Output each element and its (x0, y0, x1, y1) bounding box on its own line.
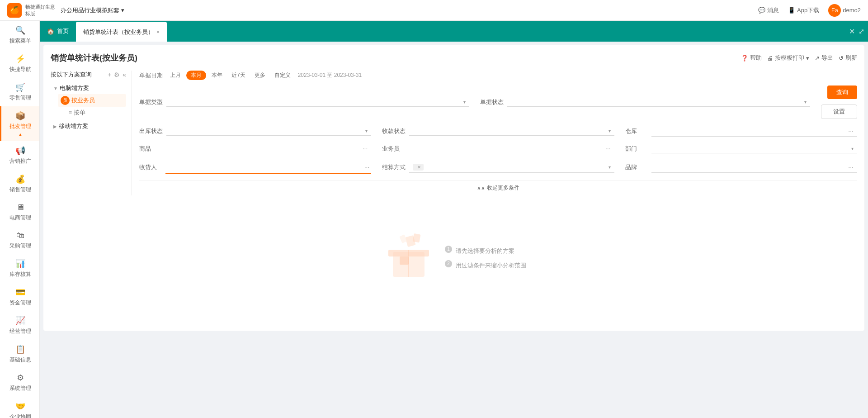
retail-icon: 🛒 (15, 82, 25, 92)
sidebar-item-finance[interactable]: 💳 资金管理 (0, 283, 39, 311)
sidebar-item-operations[interactable]: 📈 经营管理 (0, 311, 39, 340)
filter-doc-status: 单据状态 ▾ (480, 98, 810, 107)
date-btn-more[interactable]: 更多 (251, 71, 269, 80)
settlement-tag: ✕ (413, 164, 424, 171)
doc-type-label: 单据类型 (139, 98, 163, 106)
date-btn-last-7-days[interactable]: 近7天 (228, 71, 249, 80)
inventory-icon: 📊 (15, 259, 25, 269)
tree-mobile[interactable]: ▶ 移动端方案 (51, 120, 126, 132)
date-btn-this-year[interactable]: 本年 (208, 71, 226, 80)
refresh-icon: ↺ (839, 55, 844, 62)
recipient-label: 收货人 (139, 163, 162, 171)
tab-home[interactable]: 🏠 首页 (40, 21, 76, 42)
sidebar-item-purchase[interactable]: 🛍 采购管理 (0, 226, 39, 254)
enterprise-icon: 🤝 (15, 401, 25, 411)
tree-item-order[interactable]: ≡ 按单 (58, 107, 126, 119)
filter-department: 部门 ▾ (625, 144, 857, 153)
tab-close-icon[interactable]: × (156, 29, 160, 35)
recipient-input[interactable] (167, 162, 364, 172)
date-label: 单据日期 (139, 71, 163, 80)
tab-bar: 🏠 首页 销货单统计表（按业务员） × ✕ ⤢ (40, 21, 868, 42)
message-action[interactable]: 💬 消息 (758, 6, 779, 14)
settlement-select[interactable]: ✕ ▾ (409, 162, 614, 173)
stock-status-select[interactable]: ▾ (166, 127, 371, 136)
sidebar-item-marketing[interactable]: 📢 营销推广 (0, 141, 39, 170)
sales-icon: 💰 (15, 174, 25, 184)
step-1-num: 1 (445, 246, 452, 253)
tree-desktop[interactable]: ▼ 电脑端方案 (51, 82, 126, 94)
template-print-button[interactable]: 🖨 按模板打印 ▾ (767, 54, 809, 62)
sidebar-item-system[interactable]: ⚙ 系统管理 (0, 368, 39, 397)
settings-button[interactable]: 设置 (821, 104, 857, 119)
doc-status-label: 单据状态 (480, 98, 504, 106)
filter-brand: 品牌 ··· (625, 162, 857, 173)
sidebar-item-basic-info[interactable]: 📋 基础信息 (0, 340, 39, 368)
brand-dots-icon[interactable]: ··· (848, 163, 854, 171)
sidebar-item-search[interactable]: 🔍 搜索菜单 (0, 21, 39, 49)
recipient-dots-icon[interactable]: ··· (364, 163, 370, 171)
brand-label: 品牌 (625, 163, 648, 171)
tab-maximize-button[interactable]: ⤢ (859, 27, 864, 36)
warehouse-dots-icon[interactable]: ··· (848, 127, 854, 134)
collapse-bar[interactable]: ∧∧ 收起更多条件 (139, 180, 857, 195)
collapse-panel-icon[interactable]: « (123, 71, 126, 78)
date-btn-last-month[interactable]: 上月 (166, 71, 184, 80)
home-icon: 🏠 (47, 28, 54, 35)
sidebar-item-sales[interactable]: 💰 销售管理 (0, 170, 39, 198)
sidebar-item-wholesale[interactable]: 📦 批发管理 ▲ (0, 106, 39, 141)
doc-status-select[interactable]: ▾ (507, 98, 810, 107)
filter-doc-type: 单据类型 ▾ (139, 98, 469, 107)
sidebar-item-enterprise[interactable]: 🤝 企业协同 (0, 397, 39, 418)
sidebar-item-inventory[interactable]: 📊 库存核算 (0, 254, 39, 283)
download-icon: 📱 (788, 7, 795, 14)
filter-row-2: 出库状态 ▾ 收款状态 (139, 125, 857, 137)
salesperson-dots-icon[interactable]: ··· (605, 145, 611, 152)
wholesale-icon: 📦 (15, 111, 25, 121)
salesperson-select[interactable]: ··· (408, 143, 614, 154)
chevron-down-icon: ▾ (806, 55, 809, 62)
add-scheme-button[interactable]: + (108, 71, 111, 78)
tree-item-salesperson[interactable]: 员 按业务员 (58, 94, 126, 107)
search-icon: 🔍 (15, 25, 25, 35)
right-panel: 单据日期 上月 本月 本年 近7天 更多 自定义 (132, 71, 857, 195)
department-select[interactable]: ▾ (651, 144, 857, 153)
doc-type-select[interactable]: ▾ (166, 98, 469, 107)
stock-status-arrow-icon: ▾ (365, 128, 368, 133)
system-icon: ⚙ (17, 373, 24, 383)
page-title-bar: 销货单统计表(按业务员) ❓ 帮助 🖨 按模板打印 ▾ (51, 52, 857, 63)
ecommerce-icon: 🖥 (16, 203, 24, 212)
settlement-tag-close-icon[interactable]: ✕ (417, 165, 421, 170)
empty-illustration (382, 232, 436, 287)
query-button[interactable]: 查询 (827, 86, 857, 99)
goods-dots-icon[interactable]: ··· (363, 145, 368, 152)
help-button[interactable]: ❓ 帮助 (741, 54, 762, 62)
left-panel-actions: + ⚙ « (108, 71, 126, 78)
app-download-action[interactable]: 📱 App下载 (788, 6, 819, 14)
brand-select[interactable]: ··· (651, 162, 857, 173)
goods-label: 商品 (139, 145, 162, 153)
payment-status-select[interactable]: ▾ (409, 127, 614, 136)
user-action[interactable]: Ea demo2 (828, 4, 861, 17)
goods-select[interactable]: ··· (165, 143, 371, 154)
app-selector[interactable]: 办公用品行业模拟账套 ▾ (61, 6, 124, 14)
svg-rect-3 (400, 256, 409, 265)
sidebar-item-retail[interactable]: 🛒 零售管理 (0, 78, 39, 106)
doc-type-arrow-icon: ▾ (463, 100, 466, 104)
filter-warehouse: 仓库 ··· (625, 125, 857, 137)
tab-active[interactable]: 销货单统计表（按业务员） × (76, 22, 167, 43)
tree-arrow-icon: ▼ (53, 86, 58, 91)
settlement-label: 结算方式 (382, 163, 406, 171)
warehouse-select[interactable]: ··· (651, 125, 857, 137)
sidebar-item-quick-nav[interactable]: ⚡ 快捷导航 (0, 49, 39, 78)
operations-icon: 📈 (15, 316, 25, 326)
tab-close-button[interactable]: ✕ (849, 27, 855, 36)
left-panel: 按以下方案查询 + ⚙ « ▼ 电脑端方案 (51, 71, 132, 195)
export-button[interactable]: ↗ 导出 (815, 54, 833, 62)
date-btn-this-month[interactable]: 本月 (186, 71, 206, 80)
refresh-button[interactable]: ↺ 刷新 (839, 54, 857, 62)
scheme-settings-icon[interactable]: ⚙ (114, 71, 120, 78)
tree-sub-desktop: 员 按业务员 ≡ 按单 (51, 94, 126, 119)
page-actions: ❓ 帮助 🖨 按模板打印 ▾ ↗ 导出 (741, 54, 857, 62)
date-btn-custom[interactable]: 自定义 (271, 71, 294, 80)
sidebar-item-ecommerce[interactable]: 🖥 电商管理 (0, 198, 39, 226)
